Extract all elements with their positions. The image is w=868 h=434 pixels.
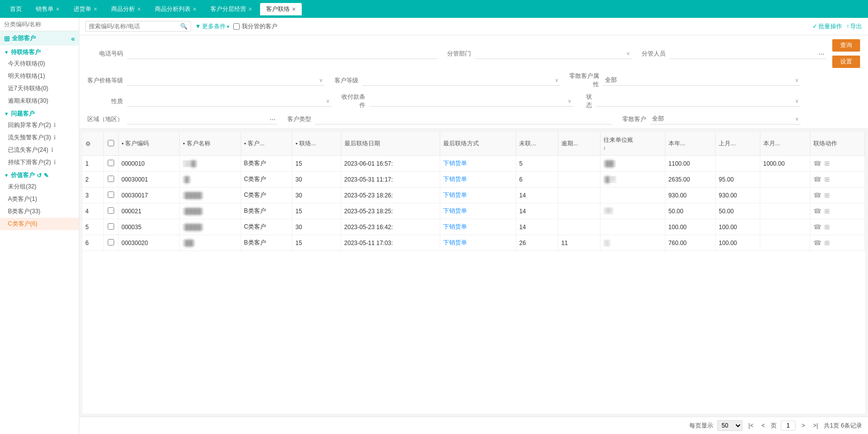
row-checkbox[interactable] [103, 203, 118, 219]
grid-action-icon[interactable]: ⊞ [824, 239, 830, 247]
row-last-method[interactable]: 下销货单 [440, 187, 516, 203]
search-icon[interactable]: 🔍 [180, 23, 188, 30]
sidebar-group-pending[interactable]: ▼ 待联络客户 [0, 46, 79, 58]
more-conditions-button[interactable]: ▼ 更多条件 ▾ [195, 22, 229, 31]
sidebar-item-tomorrow-contact[interactable]: 明天待联络(1) [0, 70, 79, 82]
sidebar-group-value[interactable]: ▼ 价值客户 ↺ ✎ [0, 169, 79, 181]
col-year-amount: 本年... [665, 132, 715, 156]
phone-action-icon[interactable]: ☎ [813, 223, 821, 231]
sidebar-item-overdue-contact[interactable]: 逾期未联络(30) [0, 95, 79, 107]
batch-operation-button[interactable]: ✓ 批量操作 [812, 22, 842, 31]
sidebar-group-problem[interactable]: ▼ 问题客户 [0, 107, 79, 119]
col-checkbox[interactable] [103, 132, 118, 156]
col-gear[interactable]: ⚙ [82, 132, 103, 156]
price-level-field[interactable]: ∨ [127, 75, 325, 86]
select-all-checkbox[interactable] [108, 140, 114, 146]
row-last-method[interactable]: 下销货单 [440, 219, 516, 235]
row-year-amount: 2635.00 [665, 172, 715, 187]
nav-tab-purchase[interactable]: 进货单 ✕ [67, 3, 103, 15]
nav-home[interactable]: 首页 [4, 3, 28, 15]
region-field[interactable]: ··· [127, 114, 277, 124]
row-checkbox[interactable] [103, 235, 118, 251]
col-overdue: 逾期... [558, 132, 600, 156]
nav-tab-product-analysis[interactable]: 商品分析 ✕ [105, 3, 147, 15]
row-last-method[interactable]: 下销货单 [440, 156, 516, 172]
close-purchase-tab-icon[interactable]: ✕ [93, 6, 97, 12]
row-last-method[interactable]: 下销货单 [440, 172, 516, 187]
customer-search-input[interactable] [89, 23, 178, 30]
sidebar-item-c-customers[interactable]: C类客户(6) [0, 218, 79, 230]
export-button[interactable]: ↑ 导出 [846, 22, 862, 31]
close-customer-tier-tab-icon[interactable]: ✕ [248, 6, 252, 12]
sidebar-item-churn-warning[interactable]: 流失预警客户(3) ℹ [0, 131, 79, 144]
row-code: 0000010 [118, 156, 179, 172]
phone-action-icon[interactable]: ☎ [813, 191, 821, 199]
sidebar-search-input[interactable] [4, 21, 78, 28]
close-customer-contact-tab-icon[interactable]: ✕ [292, 6, 296, 12]
grid-action-icon[interactable]: ⊞ [824, 207, 830, 215]
phone-action-icon[interactable]: ☎ [813, 160, 821, 167]
nav-tab-product-list[interactable]: 商品分析列表 ✕ [149, 3, 202, 15]
pagination-next[interactable]: > [800, 421, 807, 430]
retail-customer-field[interactable]: 全部 ∨ [650, 114, 801, 124]
row-no-contact: 26 [516, 235, 558, 251]
sidebar-item-churned[interactable]: 已流失客户(24) ℹ [0, 144, 79, 156]
settings-icon[interactable]: ⚙ [85, 140, 91, 147]
phone-action-icon[interactable]: ☎ [813, 207, 821, 215]
nav-tab-customer-contact[interactable]: 客户联络 ✕ [260, 3, 302, 15]
grid-action-icon[interactable]: ⊞ [824, 160, 830, 167]
sidebar-item-7day-contact[interactable]: 近7天待联络(0) [0, 82, 79, 95]
status-field[interactable]: ∨ [596, 96, 801, 107]
my-customers-checkbox[interactable] [233, 23, 240, 30]
grid-action-icon[interactable]: ⊞ [824, 176, 830, 183]
dept-field[interactable]: ∨ [475, 48, 632, 59]
row-last-method[interactable]: 下销货单 [440, 235, 516, 251]
close-product-analysis-tab-icon[interactable]: ✕ [137, 6, 141, 12]
row-last-method[interactable]: 下销货单 [440, 203, 516, 219]
row-checkbox[interactable] [103, 219, 118, 235]
query-button[interactable]: 查询 [832, 39, 860, 52]
main-layout: 🔍 ⊞ 全部客户 « ▼ 待联络客户 今天待联络(0) 明天待联络(1) 近7天… [0, 18, 868, 434]
sidebar-item-a-customers[interactable]: A类客户(1) [0, 193, 79, 205]
grid-action-icon[interactable]: ⊞ [824, 191, 830, 199]
sidebar-item-repurchase-abnormal[interactable]: 回购异常客户(2) ℹ [0, 119, 79, 131]
sidebar-item-declining[interactable]: 持续下滑客户(2) ℹ [0, 156, 79, 169]
refresh-icon[interactable]: ↺ [37, 172, 42, 179]
sidebar-item-today-contact[interactable]: 今天待联络(0) [0, 58, 79, 70]
phone-field[interactable] [127, 48, 437, 59]
grid-action-icon[interactable]: ⊞ [824, 223, 830, 231]
nature-field[interactable]: ∨ [127, 96, 332, 107]
retail-attr-field[interactable]: 全部 ∨ [603, 75, 801, 86]
phone-action-icon[interactable]: ☎ [813, 239, 821, 247]
nav-tab-sales[interactable]: 销售单 ✕ [30, 3, 66, 15]
set-button[interactable]: 设置 [832, 56, 860, 68]
pagination-prev-prev[interactable]: |< [746, 421, 755, 430]
row-checkbox[interactable] [103, 156, 118, 172]
close-product-list-tab-icon[interactable]: ✕ [193, 6, 197, 12]
person-field[interactable]: ··· [669, 48, 826, 59]
per-page-select[interactable]: 50 100 200 [717, 420, 742, 431]
row-checkbox[interactable] [103, 187, 118, 203]
payment-field[interactable]: ∨ [369, 96, 574, 107]
close-sales-tab-icon[interactable]: ✕ [56, 6, 60, 12]
sidebar-item-ungrouped[interactable]: 未分组(32) [0, 181, 79, 193]
person-dots-icon[interactable]: ··· [818, 50, 824, 58]
filter-bar: 🔍 ▼ 更多条件 ▾ 我分管的客户 ✓ 批量操作 ↑ 导出 [79, 18, 868, 35]
customer-type-field[interactable] [315, 114, 612, 124]
my-customers-filter[interactable]: 我分管的客户 [233, 22, 277, 31]
pagination-prev[interactable]: < [759, 421, 767, 430]
page-number-input[interactable] [781, 421, 796, 431]
region-dots-icon[interactable]: ··· [270, 115, 276, 123]
row-code: 00030020 [118, 235, 179, 251]
phone-action-icon[interactable]: ☎ [813, 176, 821, 183]
pagination-next-next[interactable]: >| [811, 421, 820, 430]
nav-tab-customer-tier[interactable]: 客户分层经营 ✕ [204, 3, 258, 15]
sidebar-collapse-icon[interactable]: « [71, 35, 75, 43]
retail-attr-label: 零散客户属性 [568, 72, 603, 89]
row-checkbox[interactable] [103, 172, 118, 187]
sidebar-item-b-customers[interactable]: B类客户(33) [0, 205, 79, 218]
sidebar-all-customers[interactable]: ⊞ 全部客户 « [0, 31, 79, 46]
dept-label: 分管部门 [445, 50, 475, 58]
customer-level-field[interactable]: ∨ [362, 75, 560, 86]
edit-icon[interactable]: ✎ [44, 172, 49, 179]
